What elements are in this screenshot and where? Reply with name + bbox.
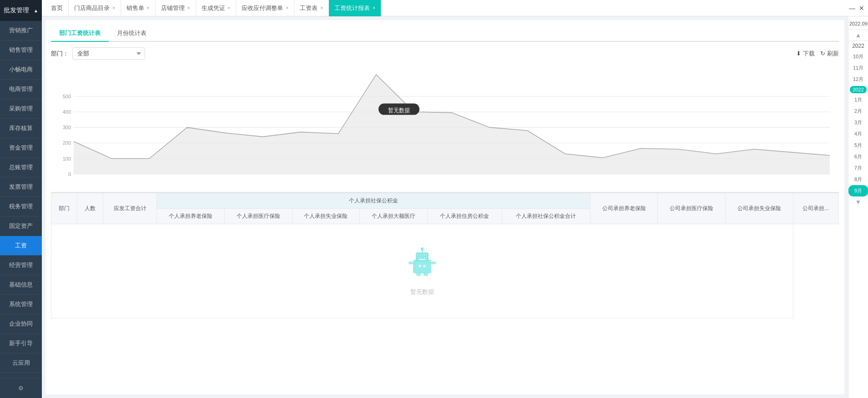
timeline-month-5月[interactable]: 5月 <box>848 140 868 151</box>
tab-工资表[interactable]: 工资表× <box>294 0 329 16</box>
tab-label: 应收应付调整单 <box>242 4 283 12</box>
timeline-month-6月[interactable]: 6月 <box>848 151 868 162</box>
svg-rect-14 <box>413 260 431 273</box>
sidebar-item-电商管理[interactable]: 电商管理 <box>0 80 42 99</box>
refresh-label: 刷新 <box>827 50 839 58</box>
window-minimize-icon[interactable]: — <box>849 5 855 12</box>
tab-工资统计报表[interactable]: 工资统计报表× <box>329 0 381 16</box>
sidebar-header[interactable]: 批发管理 ▲ <box>0 0 42 21</box>
refresh-button[interactable]: ↻ 刷新 <box>820 50 839 58</box>
svg-text:暂无数据: 暂无数据 <box>389 107 410 114</box>
empty-robot-icon <box>404 246 440 282</box>
timeline-down-arrow[interactable]: ▼ <box>853 196 863 207</box>
sidebar-item-发票管理[interactable]: 发票管理 <box>0 177 42 197</box>
tab-close-icon[interactable]: × <box>147 5 150 10</box>
tab-label: 店铺管理 <box>161 4 185 12</box>
tab-首页[interactable]: 首页 <box>45 0 69 16</box>
sidebar-item-工资[interactable]: 工资 <box>0 236 42 256</box>
sidebar-item-税务管理[interactable]: 税务管理 <box>0 197 42 217</box>
sub-tab-部门工资统计表[interactable]: 部门工资统计表 <box>51 25 109 42</box>
tab-close-icon[interactable]: × <box>320 5 323 10</box>
sidebar-item-企业协同[interactable]: 企业协同 <box>0 314 42 334</box>
dept-label: 部门： <box>51 50 69 58</box>
svg-point-27 <box>419 265 421 267</box>
timeline-panel: 2022.09▲202210月11月12月20221月2月3月4月5月6月7月8… <box>848 16 868 398</box>
tab-close-icon[interactable]: × <box>228 5 231 10</box>
svg-point-21 <box>424 255 426 257</box>
timeline-month-1月[interactable]: 1月 <box>848 94 868 106</box>
timeline-month-8月[interactable]: 8月 <box>848 174 868 185</box>
window-close-icon[interactable]: ✕ <box>859 5 864 12</box>
sidebar-item-基础信息[interactable]: 基础信息 <box>0 275 42 295</box>
timeline-month-4月[interactable]: 4月 <box>848 128 868 140</box>
svg-rect-23 <box>409 262 413 264</box>
toolbar-left: 部门： 全部 <box>51 47 145 60</box>
tab-销售单[interactable]: 销售单× <box>121 0 156 16</box>
col-group-personal: 个人承担社保公积金 <box>157 193 590 209</box>
download-button[interactable]: ⬇ 下载 <box>796 50 815 58</box>
col-company-other: 公司承担... <box>793 193 838 224</box>
timeline-month-9[interactable]: 9月 <box>848 185 868 196</box>
main-area: 首页门店商品目录×销售单×店铺管理×生成凭证×应收应付调整单×工资表×工资统计报… <box>42 0 868 398</box>
sidebar-item-销售管理[interactable]: 销售管理 <box>0 40 42 60</box>
sidebar-item-云应用[interactable]: 云应用 <box>0 353 42 373</box>
tab-label: 生成凭证 <box>202 4 225 12</box>
download-icon: ⬇ <box>796 50 801 57</box>
svg-text:0: 0 <box>68 171 71 177</box>
sidebar-item-系统管理[interactable]: 系统管理 <box>0 295 42 314</box>
empty-state: 暂无数据 <box>56 228 788 314</box>
tab-close-icon[interactable]: × <box>286 5 288 10</box>
sidebar-item-营销推广[interactable]: 营销推广 <box>0 21 42 40</box>
dept-select[interactable]: 全部 <box>72 47 145 60</box>
col-personal-medical: 个人承担医疗保险 <box>224 209 292 224</box>
sidebar-settings-button[interactable]: ⚙ <box>0 378 42 398</box>
sub-tabs: 部门工资统计表月份统计表 <box>51 25 839 42</box>
refresh-icon: ↻ <box>820 50 825 57</box>
table-wrapper[interactable]: 部门 人数 应发工资合计 个人承担社保公积金 公司承担养老保险 公司承担医疗保险… <box>51 192 839 389</box>
tab-应收应付调整单[interactable]: 应收应付调整单× <box>236 0 294 16</box>
sidebar-item-固定资产[interactable]: 固定资产 <box>0 217 42 236</box>
tab-close-icon[interactable]: × <box>112 5 115 10</box>
tab-label: 工资统计报表 <box>334 4 370 12</box>
timeline-title: 2022.09 <box>848 18 868 30</box>
timeline-month-7月[interactable]: 7月 <box>848 162 868 174</box>
sidebar-collapse-icon: ▲ <box>34 8 38 13</box>
sidebar-item-新手引导[interactable]: 新手引导 <box>0 334 42 353</box>
sidebar-item-资金管理[interactable]: 资金管理 <box>0 138 42 158</box>
col-personal-total: 个人承担社保公积金合计 <box>502 209 590 224</box>
sidebar-title: 批发管理 <box>4 6 29 15</box>
data-table: 部门 人数 应发工资合计 个人承担社保公积金 公司承担养老保险 公司承担医疗保险… <box>51 193 839 318</box>
tab-close-icon[interactable]: × <box>187 5 190 10</box>
tab-生成凭证[interactable]: 生成凭证× <box>196 0 237 16</box>
svg-text:500: 500 <box>63 94 71 99</box>
sidebar-item-总账管理[interactable]: 总账管理 <box>0 158 42 177</box>
tab-店铺管理[interactable]: 店铺管理× <box>156 0 196 16</box>
sidebar-item-库存核算[interactable]: 库存核算 <box>0 119 42 138</box>
tab-label: 工资表 <box>300 4 318 12</box>
sidebar-item-采购管理[interactable]: 采购管理 <box>0 99 42 119</box>
tab-label: 门店商品目录 <box>74 4 110 12</box>
col-personal-unemployment: 个人承担失业保险 <box>292 209 360 224</box>
svg-text:300: 300 <box>63 125 71 130</box>
col-company-medical: 公司承担医疗保险 <box>658 193 726 224</box>
settings-icon: ⚙ <box>18 385 24 392</box>
sidebar-item-经营管理[interactable]: 经营管理 <box>0 256 42 275</box>
col-personal-pension: 个人承担养老保险 <box>157 209 225 224</box>
col-personal-big-medical: 个人承担大额医疗 <box>360 209 428 224</box>
timeline-month-11月[interactable]: 11月 <box>848 62 868 74</box>
timeline-up-arrow[interactable]: ▲ <box>853 30 863 40</box>
sub-tab-月份统计表[interactable]: 月份统计表 <box>109 25 155 42</box>
timeline-month-10月[interactable]: 10月 <box>848 51 868 62</box>
svg-text:400: 400 <box>63 109 71 115</box>
timeline-month-2月[interactable]: 2月 <box>848 106 868 117</box>
col-company-pension: 公司承担养老保险 <box>590 193 658 224</box>
tab-门店商品目录[interactable]: 门店商品目录× <box>69 0 121 16</box>
svg-point-28 <box>423 265 426 267</box>
timeline-month-12月[interactable]: 12月 <box>848 74 868 85</box>
svg-point-17 <box>421 247 424 250</box>
timeline-month-3月[interactable]: 3月 <box>848 117 868 128</box>
sidebar-item-小畅电商[interactable]: 小畅电商 <box>0 60 42 80</box>
timeline-year-2022-first[interactable]: 2022 <box>848 40 868 51</box>
tab-close-icon[interactable]: × <box>373 5 375 10</box>
timeline-year-badge-2022[interactable]: 2022 <box>850 86 866 93</box>
